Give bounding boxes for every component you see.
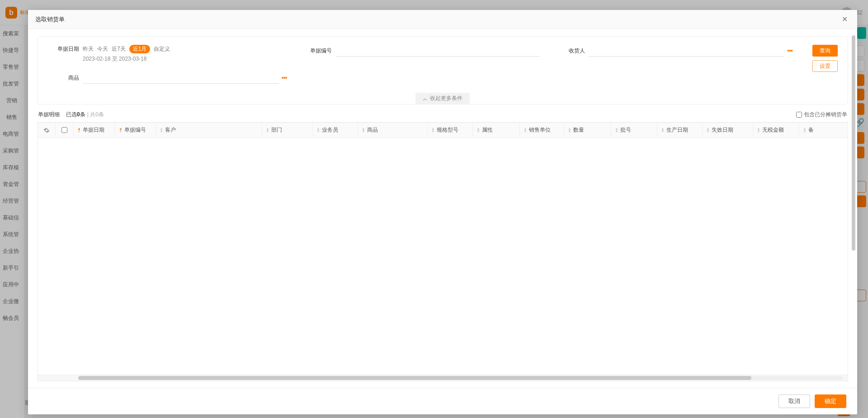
scrollbar-thumb[interactable] (852, 35, 855, 251)
col-label: 属性 (482, 126, 493, 134)
date-option-yesterday[interactable]: 昨天 (83, 45, 94, 53)
gear-icon (43, 127, 50, 133)
modal-body: 单据日期 昨天 今天 近7天 近1月 自定义 2023-02-18 至 2023… (28, 29, 857, 388)
selected-count: 已选0条 (66, 111, 85, 119)
col-product[interactable]: ▲▼ 商品 (358, 123, 428, 138)
col-label: 单据日期 (83, 126, 104, 134)
col-batch[interactable]: ▲▼ 批号 (611, 123, 657, 138)
close-icon: ✕ (842, 15, 848, 24)
sort-icon: ▲▼ (803, 128, 807, 133)
receiver-more-icon[interactable]: ••• (787, 47, 793, 54)
scrollbar-thumb[interactable] (78, 376, 751, 380)
col-sales-unit[interactable]: ▲▼ 销售单位 (520, 123, 564, 138)
sort-icon: ▲▼ (119, 128, 123, 133)
collapse-filters-button[interactable]: ︽ 收起更多条件 (415, 93, 470, 104)
col-expiry-date[interactable]: ▲▼ 失效日期 (703, 123, 753, 138)
date-option-custom[interactable]: 自定义 (154, 45, 170, 53)
sort-icon: ▲▼ (524, 128, 527, 133)
col-doc-no[interactable]: ▲▼ 单据编号 (115, 123, 156, 138)
docno-input[interactable] (335, 45, 539, 57)
filter-label-receiver: 收货人 (553, 47, 585, 55)
scrollbar-track (78, 376, 843, 380)
col-attribute[interactable]: ▲▼ 属性 (473, 123, 520, 138)
col-label: 备 (808, 126, 814, 134)
date-quick-options: 昨天 今天 近7天 近1月 自定义 (83, 45, 170, 53)
sort-icon: ▲▼ (706, 128, 710, 133)
confirm-button[interactable]: 确定 (815, 394, 846, 408)
table-header: ▲▼ 单据日期 ▲▼ 单据编号 ▲▼ 客户 ▲▼ 部门 ▲▼ 业务员 (38, 123, 848, 138)
list-meta-bar: 单据明细 已选0条 | 共0条 包含已分摊销货单 (38, 111, 847, 119)
col-label: 失效日期 (712, 126, 733, 134)
include-allocated-label: 包含已分摊销货单 (804, 111, 847, 119)
col-label: 销售单位 (529, 126, 551, 134)
sort-icon: ▲▼ (266, 128, 269, 133)
col-label: 商品 (367, 126, 378, 134)
include-allocated-input[interactable] (796, 112, 802, 118)
sort-icon: ▲▼ (476, 128, 480, 133)
close-button[interactable]: ✕ (839, 14, 850, 25)
col-label: 业务员 (322, 126, 338, 134)
settings-button[interactable]: 设置 (812, 60, 838, 72)
modal-vertical-scrollbar[interactable] (852, 35, 855, 343)
sort-icon: ▲▼ (362, 128, 365, 133)
receiver-input[interactable] (589, 45, 785, 57)
col-amount-no-tax[interactable]: ▲▼ 无税金额 (753, 123, 799, 138)
results-table: ▲▼ 单据日期 ▲▼ 单据编号 ▲▼ 客户 ▲▼ 部门 ▲▼ 业务员 (37, 122, 848, 381)
col-label: 生产日期 (666, 126, 688, 134)
col-department[interactable]: ▲▼ 部门 (262, 123, 313, 138)
sort-icon: ▲▼ (316, 128, 320, 133)
sort-icon: ▲▼ (160, 128, 163, 133)
col-doc-date[interactable]: ▲▼ 单据日期 (74, 123, 115, 138)
date-option-today[interactable]: 今天 (97, 45, 108, 53)
date-range-display: 2023-02-18 至 2023-03-18 (83, 55, 287, 63)
modal-footer: 取消 确定 (28, 388, 857, 414)
col-label: 单据编号 (124, 126, 146, 134)
filter-panel: 单据日期 昨天 今天 近7天 近1月 自定义 2023-02-18 至 2023… (37, 36, 848, 104)
col-label: 数量 (573, 126, 584, 134)
sort-icon: ▲▼ (757, 128, 760, 133)
filter-label-product: 商品 (47, 74, 79, 82)
date-option-7days[interactable]: 近7天 (112, 45, 126, 53)
list-tab-detail[interactable]: 单据明细 (38, 111, 60, 119)
sort-icon: ▲▼ (615, 128, 618, 133)
sort-icon: ▲▼ (431, 128, 435, 133)
filter-label-date: 单据日期 (47, 45, 79, 53)
table-horizontal-scrollbar[interactable] (38, 375, 848, 381)
sort-icon: ▲▼ (661, 128, 665, 133)
select-all-checkbox[interactable] (56, 123, 74, 138)
col-label: 规格型号 (437, 126, 458, 134)
col-label: 部门 (271, 126, 282, 134)
product-input[interactable] (83, 72, 279, 84)
total-count: | 共0条 (87, 111, 104, 119)
col-salesperson[interactable]: ▲▼ 业务员 (313, 123, 358, 138)
sort-icon: ▲▼ (77, 128, 81, 133)
col-quantity[interactable]: ▲▼ 数量 (564, 123, 611, 138)
select-sales-order-modal: 选取销货单 ✕ 单据日期 昨天 今天 近7天 近1月 (28, 10, 857, 414)
collapse-label: 收起更多条件 (430, 95, 462, 102)
select-all-input[interactable] (61, 127, 67, 133)
date-option-1month[interactable]: 近1月 (129, 45, 151, 53)
col-customer[interactable]: ▲▼ 客户 (156, 123, 262, 138)
column-settings-button[interactable] (38, 123, 56, 138)
col-label: 无税金额 (762, 126, 784, 134)
filter-label-docno: 单据编号 (300, 47, 332, 55)
include-allocated-checkbox[interactable]: 包含已分摊销货单 (796, 111, 847, 119)
sort-icon: ▲▼ (568, 128, 571, 133)
col-label: 客户 (165, 126, 176, 134)
chevron-up-icon: ︽ (423, 95, 427, 102)
query-button[interactable]: 查询 (812, 45, 838, 57)
modal-title: 选取销货单 (35, 15, 65, 24)
col-label: 批号 (620, 126, 631, 134)
cancel-button[interactable]: 取消 (778, 394, 810, 408)
product-more-icon[interactable]: ••• (282, 74, 287, 81)
table-body-empty (38, 138, 848, 375)
col-production-date[interactable]: ▲▼ 生产日期 (657, 123, 703, 138)
col-remark[interactable]: ▲▼ 备 (799, 123, 826, 138)
modal-header: 选取销货单 ✕ (28, 10, 857, 29)
col-spec[interactable]: ▲▼ 规格型号 (428, 123, 473, 138)
